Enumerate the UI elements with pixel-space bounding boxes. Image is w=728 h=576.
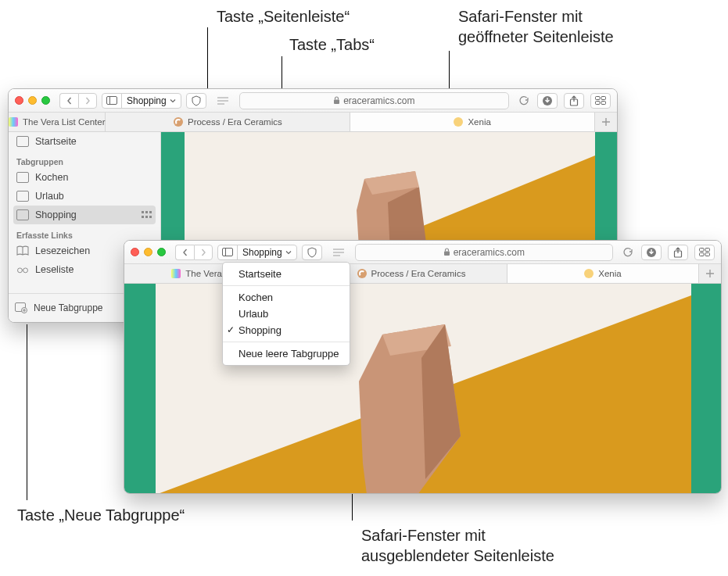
tab-era-ceramics[interactable]: Process / Era Ceramics bbox=[106, 113, 350, 131]
svg-rect-5 bbox=[334, 100, 339, 105]
share-button[interactable] bbox=[564, 93, 584, 109]
zoom-window-button[interactable] bbox=[41, 96, 50, 105]
back-button[interactable] bbox=[175, 245, 194, 260]
tabgroup-grid-icon[interactable] bbox=[142, 211, 152, 219]
tab-vera-list[interactable]: The Vera List Center bbox=[9, 113, 106, 131]
share-button[interactable] bbox=[668, 245, 688, 260]
svg-rect-35 bbox=[700, 249, 705, 252]
svg-rect-14 bbox=[149, 211, 152, 213]
tab-label: The Vera List Center bbox=[23, 117, 105, 127]
menu-item-new-empty-tabgroup[interactable]: Neue leere Tabgruppe bbox=[223, 345, 350, 362]
downloads-button[interactable] bbox=[641, 245, 662, 260]
close-window-button[interactable] bbox=[131, 248, 139, 256]
downloads-button[interactable] bbox=[537, 93, 558, 109]
callout-window-sidebar-hidden: Safari-Fenster mit ausgeblendeter Seiten… bbox=[361, 525, 554, 566]
svg-rect-17 bbox=[149, 216, 152, 218]
minimize-window-button[interactable] bbox=[28, 96, 37, 105]
tab-label: Process / Era Ceramics bbox=[188, 117, 282, 127]
menu-separator bbox=[223, 342, 350, 342]
svg-rect-38 bbox=[705, 253, 710, 256]
sidebar-item-shopping[interactable]: Shopping bbox=[13, 206, 156, 224]
startpage-icon bbox=[16, 136, 29, 147]
checkmark-icon: ✓ bbox=[227, 324, 235, 335]
reload-button[interactable] bbox=[618, 247, 637, 257]
tabgroup-icon bbox=[16, 209, 29, 220]
address-bar[interactable]: eraceramics.com bbox=[355, 244, 613, 261]
titlebar: Shopping eraceramics.com bbox=[124, 241, 721, 264]
new-tab-button[interactable] bbox=[699, 264, 721, 283]
callout-tabs-button: Taste „Tabs“ bbox=[289, 34, 375, 55]
sidebar-toggle-button[interactable] bbox=[102, 93, 122, 109]
bookmarks-icon bbox=[16, 245, 29, 256]
svg-rect-0 bbox=[107, 97, 117, 105]
sidebar-item-label: Leseliste bbox=[35, 264, 74, 275]
svg-rect-32 bbox=[444, 252, 450, 256]
window-controls bbox=[15, 96, 50, 105]
close-window-button[interactable] bbox=[15, 96, 23, 105]
sidebar-toggle-button[interactable] bbox=[217, 245, 238, 260]
tab-xenia[interactable]: Xenia bbox=[350, 113, 595, 131]
minimize-window-button[interactable] bbox=[144, 248, 152, 256]
tab-bar: The Vera List Center Process / Era Ceram… bbox=[9, 113, 617, 132]
tab-xenia[interactable]: Xenia bbox=[507, 264, 699, 283]
back-forward-group bbox=[175, 245, 213, 260]
svg-rect-11 bbox=[601, 102, 606, 105]
address-bar[interactable]: eraceramics.com bbox=[239, 92, 509, 109]
new-tab-button[interactable] bbox=[595, 113, 617, 131]
svg-rect-36 bbox=[705, 249, 710, 252]
tab-overview-button[interactable] bbox=[590, 93, 611, 109]
toolbar-right bbox=[537, 93, 611, 109]
sidebar-item-label: Kochen bbox=[35, 172, 68, 183]
leader-line bbox=[27, 324, 27, 500]
toolbar-right bbox=[641, 245, 715, 260]
tabgroup-dropdown[interactable]: Shopping bbox=[121, 93, 181, 109]
tab-label: Xenia bbox=[598, 269, 621, 278]
sidebar-section-tabgroups: Tabgruppen bbox=[9, 151, 160, 168]
reader-button[interactable] bbox=[211, 91, 235, 110]
chevron-down-icon bbox=[285, 249, 292, 256]
svg-point-19 bbox=[23, 268, 28, 273]
zoom-window-button[interactable] bbox=[157, 248, 166, 256]
back-forward-group bbox=[59, 93, 97, 109]
favicon-icon bbox=[9, 117, 18, 127]
sidebar-item-label: Startseite bbox=[35, 136, 77, 147]
tab-overview-button[interactable] bbox=[694, 245, 715, 260]
favicon-icon bbox=[454, 117, 463, 127]
favicon-icon bbox=[584, 269, 594, 278]
svg-rect-8 bbox=[596, 97, 601, 100]
forward-button[interactable] bbox=[78, 93, 97, 109]
tabgroup-icon bbox=[16, 172, 29, 183]
privacy-report-button[interactable] bbox=[186, 93, 206, 109]
svg-rect-10 bbox=[596, 102, 601, 105]
privacy-report-button[interactable] bbox=[302, 245, 322, 260]
lock-icon bbox=[333, 96, 340, 105]
tabgroup-selected-label: Shopping bbox=[242, 247, 282, 258]
chevron-down-icon bbox=[170, 98, 176, 104]
titlebar: Shopping eraceramics.com bbox=[9, 89, 617, 113]
menu-item-shopping[interactable]: ✓Shopping bbox=[223, 322, 350, 338]
svg-rect-12 bbox=[142, 211, 144, 213]
tabgroup-selected-label: Shopping bbox=[127, 95, 167, 106]
new-tabgroup-label: Neue Tabgruppe bbox=[34, 302, 103, 313]
forward-button[interactable] bbox=[194, 245, 213, 260]
sidebar-item-urlaub[interactable]: Urlaub bbox=[9, 187, 160, 206]
web-content bbox=[124, 284, 721, 493]
sidebar-item-label: Shopping bbox=[35, 209, 77, 220]
favicon-icon bbox=[174, 117, 183, 127]
lock-icon bbox=[443, 248, 450, 256]
menu-item-startpage[interactable]: Startseite bbox=[223, 266, 350, 282]
tabgroup-icon bbox=[16, 191, 29, 202]
sidebar-item-label: Lesezeichen bbox=[35, 245, 90, 256]
sidebar-item-startpage[interactable]: Startseite bbox=[9, 132, 160, 151]
reader-button[interactable] bbox=[327, 243, 350, 262]
sidebar-item-kochen[interactable]: Kochen bbox=[9, 168, 160, 187]
menu-item-urlaub[interactable]: Urlaub bbox=[223, 306, 350, 322]
reload-button[interactable] bbox=[514, 95, 533, 106]
url-host: eraceramics.com bbox=[343, 95, 414, 106]
back-button[interactable] bbox=[59, 93, 78, 109]
favicon-icon bbox=[171, 269, 181, 278]
callout-new-tabgroup: Taste „Neue Tabgruppe“ bbox=[17, 505, 185, 525]
tabgroup-dropdown[interactable]: Shopping bbox=[237, 245, 297, 260]
leader-line bbox=[449, 51, 450, 88]
menu-item-kochen[interactable]: Kochen bbox=[223, 289, 350, 306]
